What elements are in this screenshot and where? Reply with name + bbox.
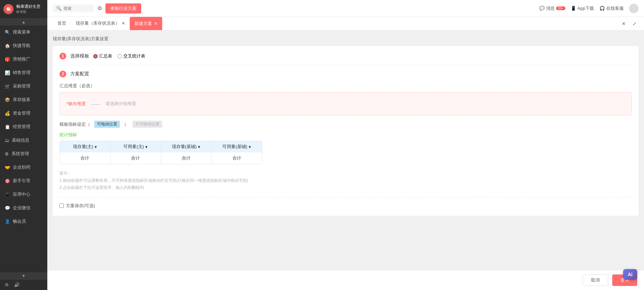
- draggable-indicator: 可拖动位置: [94, 121, 120, 128]
- dimension-section-label: 汇总维度（必选）: [59, 83, 632, 89]
- radio-summary[interactable]: 汇总表: [93, 53, 112, 59]
- sidebar-item-quick-nav[interactable]: 🏠 快捷导航: [0, 39, 47, 52]
- col-header-2[interactable]: 现存量(基辅) ▾: [161, 141, 212, 152]
- purchase-icon: 🛒: [5, 84, 10, 89]
- dimension-box[interactable]: *纵向维度 —— 请选择分组维度: [59, 92, 632, 115]
- arrow-icon: ——: [91, 101, 100, 106]
- operations-icon: 📋: [5, 124, 10, 129]
- cancel-button[interactable]: 取消: [583, 274, 608, 286]
- sidebar-item-label: 资金管理: [13, 110, 30, 116]
- required-label: *纵向维度: [67, 101, 86, 107]
- sidebar-item-search-menu[interactable]: 🔍 搜索菜单: [0, 25, 47, 39]
- radio-summary-input[interactable]: [93, 54, 98, 58]
- tab-new-plan-close[interactable]: ✕: [154, 21, 157, 26]
- sidebar-item-sales[interactable]: 📊 销售管理: [0, 66, 47, 79]
- sidebar-item-marketing[interactable]: 🎁 营销推广: [0, 52, 47, 66]
- expand-panel-btn[interactable]: ⤢: [630, 20, 639, 28]
- messages-btn[interactable]: 💬 消息 99+: [539, 5, 565, 11]
- online-service-btn[interactable]: 🎧 在线客服: [599, 5, 624, 11]
- col-chevron-1: ▾: [145, 144, 148, 149]
- sidebar-item-basic-info[interactable]: 🗂 基础信息: [0, 134, 47, 147]
- tab-inventory-status[interactable]: 现存量（库存状况表） ✕: [71, 17, 130, 30]
- col-chevron-0: ▾: [95, 144, 97, 149]
- topbar: 🔍 ⚙ 体验行业方案 💬 消息 99+ 📱 App下载 🎧 在线客服: [47, 0, 644, 17]
- save-plan-label[interactable]: 方案保存(可选): [66, 203, 95, 209]
- search-box[interactable]: 🔍: [53, 4, 94, 12]
- logo-icon: 畅: [3, 4, 14, 14]
- step1-title: 选择模板: [70, 53, 89, 59]
- search-icon: 🔍: [56, 6, 61, 11]
- basic-info-icon: 🗂: [5, 138, 9, 143]
- col-header-3[interactable]: 可用量(基辅) ▾: [212, 141, 262, 152]
- col-body-0: 合计: [60, 152, 110, 164]
- radio-cross-input[interactable]: [118, 54, 122, 58]
- sidebar-item-new-guide[interactable]: 🎯 新手引导: [0, 174, 47, 188]
- sidebar-item-label: 搜索菜单: [13, 29, 30, 35]
- step1-row: 1 选择模板 汇总表 交叉统计表: [59, 53, 632, 59]
- wechat-icon: 💬: [5, 206, 10, 211]
- col-chevron-2: ▾: [198, 144, 200, 149]
- save-plan-checkbox[interactable]: [59, 203, 64, 208]
- ai-float-button[interactable]: Ai: [623, 269, 637, 280]
- trial-btn[interactable]: 体验行业方案: [105, 3, 141, 14]
- col-header-0[interactable]: 现存量(主) ▾: [60, 141, 110, 152]
- guide-icon: 🎯: [5, 178, 10, 184]
- sidebar-bottom: ⚙ 🔊: [0, 279, 47, 290]
- col-label-1: 可用量(主): [123, 144, 144, 150]
- search-input[interactable]: [64, 6, 91, 11]
- indicator-row: 模板指标设定（ 可拖动位置 ） 不可拖动位置: [59, 121, 632, 128]
- sidebar-item-label: 采购管理: [13, 83, 30, 89]
- stats-section-label: 统计指标: [59, 132, 632, 138]
- close-panel-btn[interactable]: ✕: [620, 20, 628, 28]
- settings-bottom-icon[interactable]: ⚙: [5, 282, 9, 287]
- messages-badge: 99+: [556, 6, 565, 10]
- col-label-2: 现存量(基辅): [172, 144, 197, 150]
- tabs-bar: 首页 现存量（库存状况表） ✕ 新建方案 ✕ ✕ ⤢: [47, 17, 644, 30]
- col-body-2: 合计: [161, 152, 212, 164]
- app-download-btn[interactable]: 📱 App下载: [571, 5, 594, 11]
- template-indicator-label: 模板指标设定（: [59, 121, 90, 127]
- indicator-separator: ）: [124, 121, 128, 127]
- sales-icon: 📊: [5, 70, 10, 75]
- sidebar-item-label: 畅会员: [13, 218, 26, 224]
- sidebar-item-member[interactable]: 👤 畅会员: [0, 215, 47, 228]
- settings-icon[interactable]: ⚙: [97, 5, 102, 11]
- sidebar-item-inventory[interactable]: 📦 库存核算: [0, 93, 47, 106]
- content-area: 现存量(库存状况表)方案设置 1 选择模板 汇总表 交叉统计表: [47, 30, 644, 270]
- sidebar-item-label: 销售管理: [13, 70, 30, 76]
- sidebar-item-wechat[interactable]: 💬 企业微信: [0, 201, 47, 215]
- sidebar-item-system[interactable]: ⚙ 系统管理: [0, 147, 47, 161]
- sound-bottom-icon[interactable]: 🔊: [14, 282, 20, 287]
- fixed-indicator: 不可拖动位置: [132, 121, 162, 128]
- inventory-icon: 📦: [5, 97, 10, 102]
- main-area: 🔍 ⚙ 体验行业方案 💬 消息 99+ 📱 App下载 🎧 在线客服: [47, 0, 644, 290]
- sidebar-item-finance[interactable]: 💰 资金管理: [0, 106, 47, 120]
- tab-inventory-label: 现存量（库存状况表）: [76, 20, 120, 26]
- sidebar-item-label: 企业微信: [13, 205, 30, 211]
- sidebar-item-label: 快捷导航: [13, 43, 30, 49]
- sidebar-item-label: 应用中心: [13, 191, 30, 197]
- cooperation-icon: 🤝: [5, 165, 10, 170]
- radio-cross[interactable]: 交叉统计表: [118, 53, 145, 59]
- sidebar-item-label: 系统管理: [11, 151, 29, 157]
- message-icon: 💬: [539, 6, 545, 11]
- radio-cross-label: 交叉统计表: [123, 53, 145, 59]
- user-avatar[interactable]: [629, 4, 639, 13]
- sidebar-scroll-down[interactable]: ▼: [0, 272, 47, 279]
- system-icon: ⚙: [5, 151, 9, 156]
- sidebar-item-app-center[interactable]: 📱 应用中心: [0, 188, 47, 201]
- sidebar-item-label: 新手引导: [13, 178, 30, 184]
- stats-header: 现存量(主) ▾ 可用量(主) ▾ 现存量(基辅) ▾ 可用量(基辅) ▾: [60, 141, 262, 152]
- sidebar-item-purchase[interactable]: 🛒 采购管理: [0, 79, 47, 93]
- tab-new-plan[interactable]: 新建方案 ✕: [130, 17, 162, 30]
- radio-summary-label: 汇总表: [99, 53, 112, 59]
- sidebar-item-cooperation[interactable]: 🤝 企业协同: [0, 161, 47, 174]
- footer: 取消 查询: [47, 270, 644, 290]
- tab-home[interactable]: 首页: [53, 17, 71, 30]
- sidebar-item-operations[interactable]: 📋 经营管理: [0, 120, 47, 134]
- sidebar-scroll-up[interactable]: ▲: [0, 19, 47, 25]
- col-header-1[interactable]: 可用量(主) ▾: [110, 141, 161, 152]
- tab-inventory-close[interactable]: ✕: [122, 21, 125, 26]
- col-body-1: 合计: [110, 152, 161, 164]
- member-icon: 👤: [5, 219, 10, 224]
